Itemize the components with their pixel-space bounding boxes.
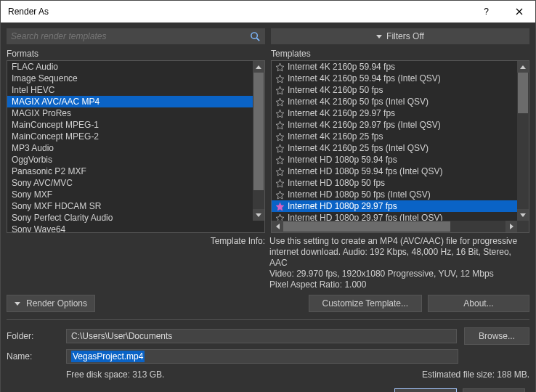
search-icon[interactable] [249,30,261,42]
star-outline-icon[interactable] [275,108,285,118]
template-item[interactable]: Internet 4K 2160p 25 fps [272,131,529,142]
name-field[interactable]: VegasProject.mp4 [66,349,458,364]
help-button[interactable]: ? [470,1,503,23]
templates-scrollbar[interactable] [517,61,529,221]
star-outline-icon[interactable] [275,62,285,72]
templates-pane: Templates Internet 4K 2160p 59.94 fpsInt… [271,49,529,233]
star-outline-icon[interactable] [275,120,285,130]
star-outline-icon[interactable] [275,155,285,165]
status-row: Free disk space: 313 GB. Estimated file … [7,369,529,380]
formats-scrollbar[interactable] [253,61,264,221]
folder-field[interactable] [66,329,457,343]
format-item[interactable]: OggVorbis [7,154,264,166]
scroll-left-button[interactable] [272,221,283,232]
chevron-down-icon [376,35,382,38]
template-item[interactable]: Internet HD 1080p 59.94 fps (Intel QSV) [272,166,529,177]
template-item[interactable]: Internet 4K 2160p 25 fps (Intel QSV) [272,142,529,154]
template-item[interactable]: Internet 4K 2160p 50 fps [272,84,529,96]
format-item[interactable]: FLAC Audio [7,61,264,73]
titlebar: Render As ? [1,1,535,23]
close-button[interactable] [503,1,535,23]
star-outline-icon[interactable] [275,189,285,200]
search-input[interactable] [11,31,249,41]
template-item-label: Internet 4K 2160p 59.94 fps (Intel QSV) [288,73,441,83]
format-item[interactable]: Image Sequence [7,73,264,84]
scroll-thumb[interactable] [518,73,528,113]
template-item[interactable]: Internet 4K 2160p 29.97 fps (Intel QSV) [272,119,529,131]
scroll-up-button[interactable] [517,61,529,73]
formats-pane: Formats FLAC AudioImage SequenceIntel HE… [7,49,265,233]
template-item-label: Internet 4K 2160p 50 fps (Intel QSV) [288,97,429,107]
chevron-down-icon [15,302,20,306]
format-item[interactable]: Sony MXF [7,189,264,200]
template-item[interactable]: Internet HD 1080p 50 fps (Intel QSV) [272,189,529,200]
template-item-label: Internet 4K 2160p 29.97 fps [288,108,395,118]
format-item[interactable]: MAGIX AVC/AAC MP4 [7,96,264,107]
scroll-thumb[interactable] [283,221,450,232]
name-label: Name: [7,351,59,362]
template-info-line: Video: 29.970 fps, 1920x1080 Progressive… [269,269,529,279]
format-item[interactable]: Sony AVC/MVC [7,177,264,189]
format-item[interactable]: MainConcept MPEG-2 [7,131,264,142]
estimated-file-size: Estimated file size: 188 MB. [422,369,529,380]
folder-input[interactable] [71,331,452,341]
template-info-line: Use this setting to create an MP4 (AVC/A… [269,236,529,269]
formats-header: Formats [7,49,265,59]
format-item[interactable]: MAGIX ProRes [7,107,264,119]
about-button[interactable]: About... [428,295,529,312]
template-item[interactable]: Internet HD 1080p 59.94 fps [272,154,529,166]
cancel-button[interactable]: Cancel [463,388,525,392]
scroll-right-button[interactable] [505,221,517,232]
star-outline-icon[interactable] [275,131,285,142]
scroll-down-button[interactable] [253,209,264,221]
window-title: Render As [8,7,470,17]
star-outline-icon[interactable] [275,85,285,95]
star-filled-icon[interactable] [275,201,285,211]
star-outline-icon[interactable] [275,97,285,107]
star-outline-icon[interactable] [275,178,285,188]
template-item[interactable]: Internet 4K 2160p 59.94 fps [272,61,529,73]
templates-listbox[interactable]: Internet 4K 2160p 59.94 fpsInternet 4K 2… [271,60,529,233]
format-item[interactable]: Sony Wave64 [7,224,264,232]
folder-label: Folder: [7,331,59,341]
template-item[interactable]: Internet 4K 2160p 50 fps (Intel QSV) [272,96,529,107]
scroll-down-button[interactable] [517,209,529,221]
star-outline-icon[interactable] [275,143,285,153]
template-item-label: Internet HD 1080p 29.97 fps [288,201,397,211]
template-item[interactable]: Internet HD 1080p 50 fps [272,177,529,189]
template-item-label: Internet 4K 2160p 29.97 fps (Intel QSV) [288,120,441,130]
format-item[interactable]: Panasonic P2 MXF [7,166,264,177]
formats-listbox[interactable]: FLAC AudioImage SequenceIntel HEVCMAGIX … [7,60,265,233]
format-item[interactable]: MainConcept MPEG-1 [7,119,264,131]
templates-header: Templates [271,49,529,59]
filters-label: Filters Off [386,31,424,41]
search-field[interactable] [7,28,265,44]
render-options-label: Render Options [26,298,87,309]
name-input[interactable]: VegasProject.mp4 [71,351,145,362]
browse-button[interactable]: Browse... [464,327,529,345]
template-info: Template Info: Use this setting to creat… [7,236,529,290]
star-outline-icon[interactable] [275,73,285,83]
customize-template-button[interactable]: Customize Template... [309,295,423,312]
filters-toggle[interactable]: Filters Off [271,28,529,44]
templates-hscrollbar[interactable] [272,221,517,232]
format-item[interactable]: Sony MXF HDCAM SR [7,200,264,212]
render-options-button[interactable]: Render Options [7,295,95,312]
template-item[interactable]: Internet 4K 2160p 29.97 fps [272,107,529,119]
template-item[interactable]: Internet 4K 2160p 59.94 fps (Intel QSV) [272,73,529,84]
template-info-line: Pixel Aspect Ratio: 1.000 [269,279,529,290]
render-as-dialog: Render As ? Filters Off Formats FLAC A [0,0,536,392]
template-item-label: Internet 4K 2160p 25 fps [288,131,383,142]
template-item-label: Internet 4K 2160p 59.94 fps [288,62,395,72]
scroll-corner [517,221,529,232]
scroll-up-button[interactable] [253,61,264,73]
close-icon [516,8,523,15]
format-item[interactable]: MP3 Audio [7,142,264,154]
scroll-thumb[interactable] [253,73,264,190]
format-item[interactable]: Sony Perfect Clarity Audio [7,212,264,224]
format-item[interactable]: Intel HEVC [7,84,264,96]
render-button[interactable]: Render [394,388,457,392]
template-item-label: Internet 4K 2160p 25 fps (Intel QSV) [288,143,429,153]
star-outline-icon[interactable] [275,166,285,176]
template-item[interactable]: Internet HD 1080p 29.97 fps [272,200,529,212]
